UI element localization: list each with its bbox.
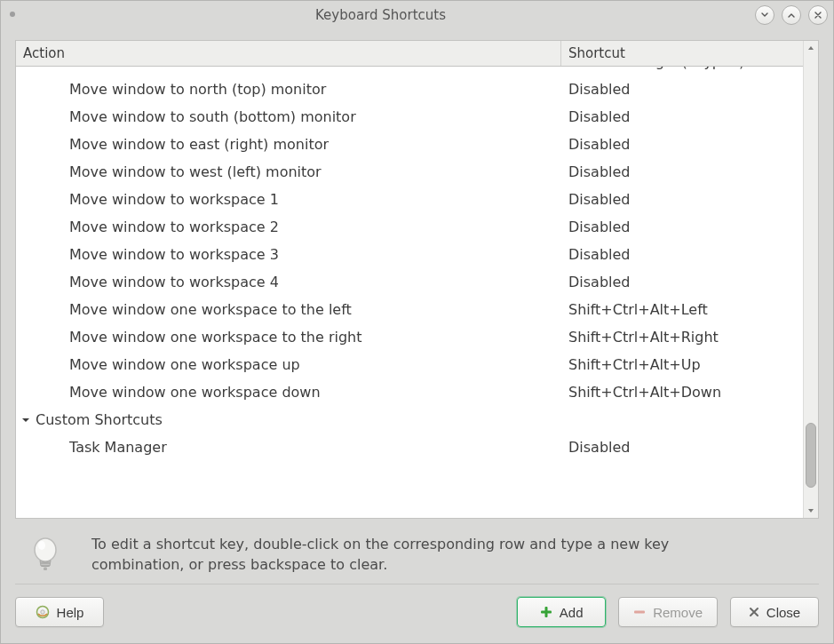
scroll-up-arrow[interactable] [804, 41, 818, 55]
shortcut-table: Action Shortcut Move window to center of… [15, 40, 819, 519]
cell-action: Move window to workspace 1 [16, 191, 561, 208]
cell-shortcut: Shift+Ctrl+Alt+Down [561, 384, 803, 401]
table-row[interactable]: Move window to workspace 4Disabled [16, 268, 803, 296]
remove-button: Remove [618, 597, 718, 627]
expander-icon[interactable] [21, 416, 30, 425]
window-controls [755, 5, 828, 25]
table-body: Move window to center of screenCtrl+Alt+… [16, 67, 803, 518]
table-row[interactable]: Task ManagerDisabled [16, 433, 803, 461]
cell-action: Move window to west (left) monitor [16, 163, 561, 180]
table-row[interactable]: Move window to workspace 3Disabled [16, 241, 803, 268]
cell-action: Task Manager [16, 439, 561, 456]
column-header-action[interactable]: Action [16, 41, 561, 66]
hint-row: To edit a shortcut key, double-click on … [15, 519, 819, 584]
close-button-label: Close [766, 605, 800, 620]
table-row[interactable]: Move window to west (left) monitorDisabl… [16, 158, 803, 186]
shortcut-table-viewport: Action Shortcut Move window to center of… [16, 41, 803, 518]
maximize-button[interactable] [782, 5, 801, 25]
help-button[interactable]: Help [15, 597, 104, 627]
scrollbar-thumb[interactable] [806, 423, 816, 488]
cell-action: Move window to north (top) monitor [16, 81, 561, 98]
svg-rect-9 [634, 611, 645, 614]
add-button-label: Add [560, 605, 584, 620]
cell-shortcut: Disabled [561, 163, 803, 180]
cell-action: Move window one workspace to the left [16, 301, 561, 318]
table-row[interactable]: Move window one workspace to the rightSh… [16, 323, 803, 351]
cell-shortcut: Disabled [561, 246, 803, 263]
scroll-down-arrow[interactable] [804, 504, 818, 518]
cell-shortcut: Disabled [561, 81, 803, 98]
table-row[interactable]: Move window to center of screenCtrl+Alt+… [16, 67, 803, 76]
close-icon [749, 607, 759, 617]
table-row[interactable]: Move window to workspace 2Disabled [16, 213, 803, 241]
cell-action: Move window to workspace 2 [16, 219, 561, 235]
titlebar: Keyboard Shortcuts [1, 1, 833, 29]
table-row[interactable]: Move window to workspace 1Disabled [16, 186, 803, 213]
table-row[interactable]: Move window to north (top) monitorDisabl… [16, 76, 803, 103]
scrollbar-track[interactable] [806, 55, 816, 504]
table-row[interactable]: Move window one workspace downShift+Ctrl… [16, 378, 803, 406]
svg-point-0 [35, 538, 56, 561]
cell-action: Move window one workspace down [16, 384, 561, 401]
svg-rect-8 [541, 611, 552, 614]
table-header: Action Shortcut [16, 41, 803, 67]
cell-shortcut: Disabled [561, 108, 803, 125]
svg-rect-4 [44, 568, 47, 570]
button-bar: Help Add Remove [1, 584, 833, 643]
minimize-button[interactable] [755, 5, 774, 25]
table-row[interactable]: Move window one workspace upShift+Ctrl+A… [16, 351, 803, 378]
add-button[interactable]: Add [517, 597, 606, 627]
cell-shortcut: Disabled [561, 191, 803, 208]
cell-shortcut: Ctrl+Alt+Begin (keypad) [561, 67, 803, 70]
cell-action: Custom Shortcuts [16, 411, 561, 428]
help-icon [36, 605, 50, 619]
lightbulb-icon [26, 536, 65, 575]
table-row[interactable]: Move window to south (bottom) monitorDis… [16, 103, 803, 131]
client-area: Action Shortcut Move window to center of… [1, 29, 833, 584]
cell-shortcut: Shift+Ctrl+Alt+Left [561, 301, 803, 318]
cell-action: Move window to workspace 3 [16, 246, 561, 263]
cell-action: Move window to east (right) monitor [16, 136, 561, 153]
keyboard-shortcuts-window: Keyboard Shortcuts Action Shortcut M [0, 0, 834, 644]
window-menu-dot[interactable] [10, 12, 15, 17]
table-row[interactable]: Move window to east (right) monitorDisab… [16, 131, 803, 158]
table-row[interactable]: Move window one workspace to the leftShi… [16, 296, 803, 323]
plus-icon [540, 606, 552, 618]
svg-point-1 [38, 541, 45, 550]
window-title: Keyboard Shortcuts [6, 7, 755, 23]
cell-shortcut: Disabled [561, 219, 803, 235]
cell-shortcut: Disabled [561, 136, 803, 153]
minus-icon [633, 606, 646, 618]
help-button-label: Help [57, 605, 84, 620]
cell-shortcut: Shift+Ctrl+Alt+Up [561, 356, 803, 373]
column-header-shortcut[interactable]: Shortcut [561, 41, 803, 66]
group-row[interactable]: Custom Shortcuts [16, 406, 803, 433]
close-button[interactable] [808, 5, 828, 25]
cell-shortcut: Disabled [561, 274, 803, 290]
cell-action: Move window to workspace 4 [16, 274, 561, 290]
cell-action: Move window one workspace to the right [16, 329, 561, 346]
hint-text: To edit a shortcut key, double-click on … [91, 535, 713, 575]
cell-action: Move window to center of screen [16, 67, 561, 70]
cell-action: Move window to south (bottom) monitor [16, 108, 561, 125]
remove-button-label: Remove [653, 605, 703, 620]
cell-action: Move window one workspace up [16, 356, 561, 373]
close-dialog-button[interactable]: Close [730, 597, 819, 627]
cell-shortcut: Shift+Ctrl+Alt+Right [561, 329, 803, 346]
vertical-scrollbar[interactable] [803, 41, 818, 518]
cell-shortcut: Disabled [561, 439, 803, 456]
svg-point-6 [40, 610, 44, 614]
